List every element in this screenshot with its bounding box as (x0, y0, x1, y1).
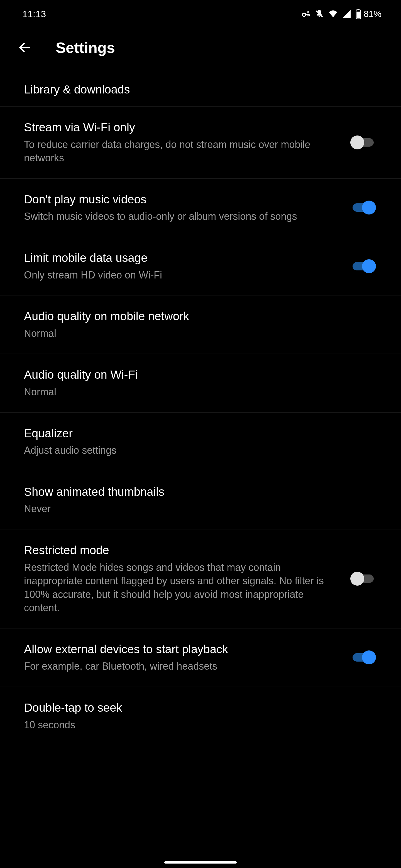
setting-subtitle: Normal (24, 385, 377, 399)
setting-title: Allow external devices to start playback (24, 642, 341, 657)
battery-icon (355, 9, 362, 19)
setting-subtitle: Only stream HD video on Wi-Fi (24, 269, 341, 282)
toggle-thumb (362, 650, 376, 664)
setting-row[interactable]: Limit mobile data usageOnly stream HD vi… (0, 237, 401, 296)
setting-subtitle: Never (24, 502, 377, 516)
settings-list: Library & downloads Stream via Wi-Fi onl… (0, 73, 401, 745)
setting-title: Limit mobile data usage (24, 250, 341, 266)
setting-row[interactable]: Audio quality on mobile networkNormal (0, 296, 401, 354)
toggle-switch[interactable] (349, 258, 377, 274)
toggle-switch[interactable] (349, 650, 377, 665)
setting-row[interactable]: Stream via Wi-Fi onlyTo reduce carrier d… (0, 106, 401, 179)
svg-rect-6 (356, 12, 360, 19)
setting-title: Don't play music videos (24, 192, 341, 207)
setting-subtitle: Normal (24, 327, 377, 341)
status-icons: G 81% (301, 9, 381, 19)
toggle-switch[interactable] (349, 200, 377, 215)
app-bar: Settings (0, 28, 401, 73)
setting-row[interactable]: EqualizerAdjust audio settings (0, 412, 401, 471)
signal-icon (342, 9, 351, 19)
setting-text: Limit mobile data usageOnly stream HD vi… (24, 250, 341, 282)
setting-text: Show animated thumbnailsNever (24, 484, 377, 516)
section-header-library[interactable]: Library & downloads (0, 73, 401, 106)
svg-point-0 (303, 13, 306, 16)
setting-text: Double-tap to seek10 seconds (24, 700, 377, 732)
status-bar: 11:13 G 81% (0, 0, 401, 28)
battery-percentage: 81% (364, 9, 381, 19)
setting-title: Audio quality on Wi-Fi (24, 367, 377, 382)
toggle-thumb (350, 135, 364, 149)
toggle-thumb (350, 572, 364, 586)
toggle-switch[interactable] (349, 571, 377, 586)
toggle-switch[interactable] (349, 135, 377, 150)
setting-title: Stream via Wi-Fi only (24, 120, 341, 135)
toggle-thumb (362, 259, 376, 273)
status-time: 11:13 (22, 9, 46, 20)
setting-title: Double-tap to seek (24, 700, 377, 716)
setting-row[interactable]: Show animated thumbnailsNever (0, 471, 401, 529)
setting-text: Don't play music videosSwitch music vide… (24, 192, 341, 223)
setting-title: Show animated thumbnails (24, 484, 377, 500)
setting-text: Stream via Wi-Fi onlyTo reduce carrier d… (24, 120, 341, 165)
setting-text: Restricted modeRestricted Mode hides son… (24, 543, 341, 615)
setting-text: Audio quality on mobile networkNormal (24, 309, 377, 340)
setting-text: EqualizerAdjust audio settings (24, 426, 377, 457)
setting-title: Equalizer (24, 426, 377, 441)
page-title: Settings (56, 39, 115, 56)
setting-text: Audio quality on Wi-FiNormal (24, 367, 377, 399)
setting-row[interactable]: Double-tap to seek10 seconds (0, 687, 401, 745)
setting-title: Restricted mode (24, 543, 341, 558)
setting-row[interactable]: Audio quality on Wi-FiNormal (0, 354, 401, 412)
toggle-thumb (362, 200, 376, 215)
setting-row[interactable]: Allow external devices to start playback… (0, 628, 401, 687)
arrow-left-icon (17, 40, 33, 55)
svg-text:G: G (307, 10, 309, 13)
setting-subtitle: To reduce carrier data charges, do not s… (24, 138, 341, 165)
setting-subtitle: Adjust audio settings (24, 444, 377, 457)
battery-indicator: 81% (355, 9, 381, 19)
setting-subtitle: Restricted Mode hides songs and videos t… (24, 561, 341, 615)
setting-subtitle: 10 seconds (24, 718, 377, 732)
setting-title: Audio quality on mobile network (24, 309, 377, 324)
setting-subtitle: Switch music videos to audio-only or alb… (24, 210, 341, 223)
wifi-icon (328, 9, 338, 19)
setting-subtitle: For example, car Bluetooth, wired headse… (24, 660, 341, 673)
setting-text: Allow external devices to start playback… (24, 642, 341, 673)
notifications-off-icon (315, 9, 324, 19)
setting-row[interactable]: Restricted modeRestricted Mode hides son… (0, 529, 401, 628)
setting-row[interactable]: Don't play music videosSwitch music vide… (0, 179, 401, 237)
vpn-key-icon: G (301, 9, 311, 19)
home-indicator[interactable] (164, 861, 237, 864)
back-button[interactable] (17, 39, 33, 56)
